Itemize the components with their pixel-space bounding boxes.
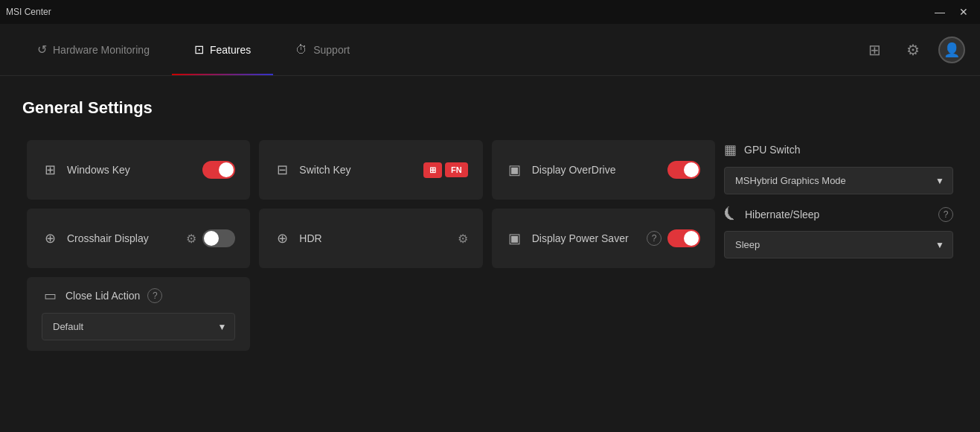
crosshair-display-label: Crosshair Display [67, 232, 149, 244]
avatar-icon: 👤 [944, 42, 960, 58]
switch-key-badges: ⊞ FN [423, 162, 468, 178]
crosshair-display-right: ⚙ [186, 229, 235, 247]
display-overdrive-toggle[interactable] [667, 161, 700, 179]
display-overdrive-toggle-thumb [684, 162, 699, 177]
avatar[interactable]: 👤 [938, 36, 965, 63]
tab-features-label: Features [210, 44, 251, 56]
windows-key-toggle[interactable] [202, 161, 235, 179]
hardware-monitoring-icon: ↺ [37, 42, 47, 57]
display-overdrive-right [667, 161, 700, 179]
windows-key-right [202, 161, 235, 179]
gpu-switch-label: GPU Switch [744, 144, 800, 156]
grid-view-button[interactable]: ⊞ [861, 36, 888, 63]
hibernate-sleep-label: Hibernate/Sleep [745, 209, 819, 220]
display-power-saver-card: ▣ Display Power Saver ? [492, 209, 715, 268]
display-power-saver-help-icon[interactable]: ? [647, 231, 662, 246]
display-power-saver-right: ? [647, 229, 700, 247]
settings-grid: ⊞ Windows Key ⊟ Switch Key ⊞ FN ▣ [22, 136, 958, 355]
display-overdrive-icon: ▣ [507, 162, 523, 178]
window-controls: — ✕ [929, 3, 974, 21]
hibernate-sleep-help-icon[interactable]: ? [938, 207, 953, 222]
display-overdrive-left: ▣ Display OverDrive [507, 162, 616, 178]
hibernate-sleep-section: ⏾ Hibernate/Sleep ? Sleep Hibernate ▼ [724, 206, 953, 258]
switch-key-label: Switch Key [299, 164, 350, 176]
hdr-settings-button[interactable]: ⚙ [458, 232, 468, 246]
tab-support-label: Support [313, 44, 350, 56]
switch-key-card: ⊟ Switch Key ⊞ FN [259, 140, 482, 200]
app-title: MSI Center [6, 7, 51, 17]
switch-key-fn-badge: FN [445, 162, 468, 177]
main-content: General Settings ⊞ Windows Key ⊟ Switch … [0, 76, 980, 370]
support-icon: ⏱ [295, 43, 307, 57]
windows-key-toggle-thumb [219, 162, 234, 177]
close-lid-section: ▭ Close Lid Action ? Default Sleep Hiber… [22, 273, 254, 355]
gpu-switch-select-container: MSHybrid Graphics Mode Discrete Graphics… [724, 167, 953, 194]
close-lid-help-icon[interactable]: ? [147, 288, 162, 303]
settings-button[interactable]: ⚙ [900, 36, 926, 63]
switch-key-icon: ⊟ [274, 162, 290, 178]
crosshair-settings-button[interactable]: ⚙ [186, 232, 196, 246]
tab-features[interactable]: ⊡ Features [172, 24, 273, 75]
crosshair-display-toggle-thumb [204, 231, 219, 246]
switch-key-left: ⊟ Switch Key [274, 162, 350, 178]
gpu-switch-select[interactable]: MSHybrid Graphics Mode Discrete Graphics… [724, 167, 953, 194]
hibernate-sleep-select[interactable]: Sleep Hibernate [724, 231, 953, 258]
crosshair-display-toggle[interactable] [202, 229, 235, 247]
hdr-card: ⊕ HDR ⚙ [259, 209, 482, 268]
gpu-switch-section: ▦ GPU Switch MSHybrid Graphics Mode Disc… [724, 142, 953, 194]
close-lid-select[interactable]: Default Sleep Hibernate Shutdown [42, 313, 235, 340]
nav-bar: ↺ Hardware Monitoring ⊡ Features ⏱ Suppo… [0, 24, 980, 76]
close-lid-select-container: Default Sleep Hibernate Shutdown ▼ [42, 313, 235, 340]
crosshair-display-icon: ⊕ [42, 230, 58, 247]
close-lid-card: ▭ Close Lid Action ? Default Sleep Hiber… [27, 277, 250, 351]
title-bar: MSI Center — ✕ [0, 0, 980, 24]
nav-tabs: ↺ Hardware Monitoring ⊡ Features ⏱ Suppo… [15, 24, 861, 75]
display-power-saver-toggle[interactable] [667, 229, 700, 247]
hibernate-sleep-select-container: Sleep Hibernate ▼ [724, 231, 953, 258]
close-lid-icon: ▭ [42, 288, 58, 304]
tab-support[interactable]: ⏱ Support [273, 24, 372, 75]
page-title: General Settings [22, 98, 958, 118]
close-lid-label: Close Lid Action [65, 290, 140, 302]
gpu-switch-icon: ▦ [724, 142, 737, 158]
windows-key-label: Windows Key [67, 164, 130, 176]
windows-key-card: ⊞ Windows Key [27, 140, 250, 200]
hdr-label: HDR [299, 232, 321, 244]
windows-key-icon: ⊞ [42, 162, 58, 178]
gpu-switch-header: ▦ GPU Switch [724, 142, 953, 158]
display-overdrive-label: Display OverDrive [532, 164, 616, 176]
windows-key-left: ⊞ Windows Key [42, 162, 130, 178]
tab-hardware-monitoring[interactable]: ↺ Hardware Monitoring [15, 24, 172, 75]
crosshair-display-left: ⊕ Crosshair Display [42, 230, 149, 247]
hibernate-sleep-header: ⏾ Hibernate/Sleep ? [724, 206, 953, 222]
tab-hardware-monitoring-label: Hardware Monitoring [53, 44, 150, 56]
display-power-saver-toggle-thumb [684, 231, 699, 246]
display-overdrive-card: ▣ Display OverDrive [492, 140, 715, 200]
nav-actions: ⊞ ⚙ 👤 [861, 36, 965, 63]
crosshair-display-card: ⊕ Crosshair Display ⚙ [27, 209, 250, 268]
minimize-button[interactable]: — [929, 3, 950, 21]
hdr-left: ⊕ HDR [274, 230, 321, 247]
hibernate-sleep-icon: ⏾ [724, 206, 737, 222]
switch-key-win-badge: ⊞ [423, 162, 442, 178]
hdr-right: ⚙ [458, 232, 468, 246]
display-power-saver-left: ▣ Display Power Saver [507, 230, 629, 247]
features-icon: ⊡ [194, 42, 204, 57]
gear-icon: ⚙ [906, 41, 920, 59]
close-button[interactable]: ✕ [953, 3, 974, 21]
display-power-saver-label: Display Power Saver [532, 232, 629, 244]
grid-icon: ⊞ [868, 41, 881, 59]
right-panel: ▦ GPU Switch MSHybrid Graphics Mode Disc… [720, 136, 958, 273]
hdr-icon: ⊕ [274, 230, 290, 247]
close-lid-header: ▭ Close Lid Action ? [42, 288, 235, 304]
display-power-saver-icon: ▣ [507, 230, 523, 247]
